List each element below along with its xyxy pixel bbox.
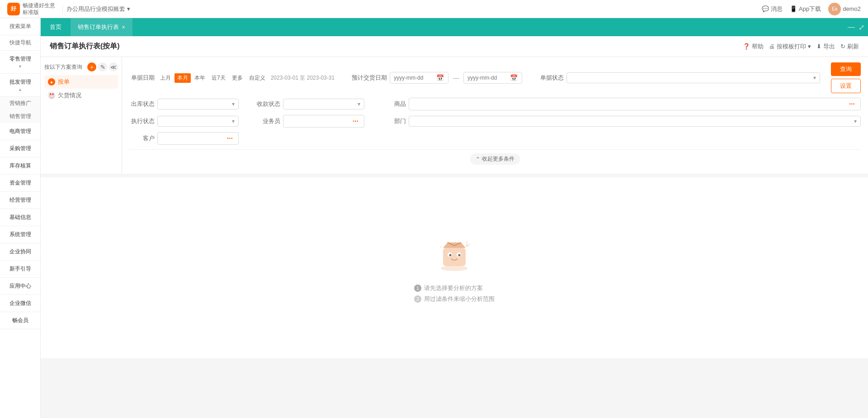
help-btn[interactable]: ❓ 帮助 xyxy=(743,43,764,51)
retail-label: 零售管理 xyxy=(9,55,31,63)
date-tab-custom[interactable]: 自定义 xyxy=(246,73,268,83)
scheme-actions: + ✎ ≪ xyxy=(87,62,118,71)
sidebar-item-member[interactable]: 畅会员 xyxy=(0,312,40,329)
date-tab-this-month[interactable]: 本月 xyxy=(175,73,191,83)
collect-status-select[interactable]: ▾ xyxy=(283,99,364,109)
empty-tips: 1 请先选择要分析的方案 2 用过滤条件来缩小分析范围 xyxy=(414,284,495,306)
download-icon: 📱 xyxy=(790,5,797,12)
customer-dots-icon[interactable]: ··· xyxy=(225,134,235,142)
sidebar-item-enterprise[interactable]: 企业协同 xyxy=(0,243,40,261)
content-area: 首页 销售订单执行表 × — ⤢ 销售订单执行表(按单) ❓ 帮助 xyxy=(41,18,868,418)
scheme-add-btn[interactable]: + xyxy=(87,62,96,71)
date-tab-prev-month[interactable]: 上月 xyxy=(157,73,174,83)
collapse-arrow-icon: ⌃ xyxy=(476,156,480,162)
topbar-left: 好 畅捷通好生意 标准版 办公用品行业模拟账套 ▾ xyxy=(7,2,134,15)
out-status-chevron: ▾ xyxy=(232,101,235,107)
status-select[interactable]: ▾ xyxy=(566,72,820,83)
tab-minimize-btn[interactable]: — xyxy=(848,23,855,31)
salesman-dots-icon[interactable]: ··· xyxy=(351,117,360,125)
help-icon: ❓ xyxy=(743,43,750,50)
dept-select[interactable]: ▾ xyxy=(409,116,861,127)
sidebar-item-sales[interactable]: 销售管理 xyxy=(0,110,40,123)
calendar-from-icon[interactable]: 📅 xyxy=(436,74,444,81)
filter-row-3: 执行状态 ▾ 业务员 ··· xyxy=(129,115,861,128)
scheme-edit-btn[interactable]: ✎ xyxy=(98,62,107,71)
salesman-label: 业务员 xyxy=(255,117,280,125)
date-from-input[interactable] xyxy=(394,75,434,81)
filter-group-date: 单据日期 上月 本月 本年 近7天 更多 自定义 2023-03-01 至 20… xyxy=(129,73,335,83)
filter-group-status: 单据状态 ▾ xyxy=(538,72,820,83)
svg-line-9 xyxy=(469,244,470,245)
collapse-btn[interactable]: ⌃ 收起更多条件 xyxy=(470,153,520,165)
filter-section: 按以下方案查询 + ✎ ≪ ● 按单 xyxy=(41,57,868,174)
sidebar-item-system[interactable]: 系统管理 xyxy=(0,226,40,243)
sidebar-item-operation[interactable]: 经营管理 xyxy=(0,192,40,209)
product-dots-icon[interactable]: ··· xyxy=(847,100,857,108)
sidebar-item-purchase[interactable]: 采购管理 xyxy=(0,140,40,157)
product-select[interactable]: ··· xyxy=(409,98,861,110)
sidebar-item-inventory[interactable]: 库存核算 xyxy=(0,157,40,175)
svg-point-6 xyxy=(466,244,468,247)
sidebar-item-wholesale[interactable]: 批发管理 ▴ xyxy=(0,74,40,97)
sidebar-item-marketing[interactable]: 营销推广 xyxy=(0,97,40,110)
empty-tip-1: 1 请先选择要分析的方案 xyxy=(414,284,495,292)
tab-maximize-btn[interactable]: ⤢ xyxy=(859,23,864,32)
out-status-label: 出库状态 xyxy=(129,100,155,108)
app-download-btn[interactable]: 📱 App下载 xyxy=(790,5,821,13)
calendar-to-icon[interactable]: 📅 xyxy=(510,74,518,81)
exec-status-select[interactable]: ▾ xyxy=(157,116,239,127)
date-from-input-wrap[interactable]: 📅 xyxy=(390,72,448,84)
salesman-select[interactable]: ··· xyxy=(283,115,364,128)
out-status-select[interactable]: ▾ xyxy=(157,99,239,109)
filter-group-dept: 部门 ▾ xyxy=(381,116,861,127)
filter-group-expected-date: 预计交货日期 📅 — 📅 xyxy=(351,72,522,84)
sidebar-search[interactable]: 搜索菜单 xyxy=(0,18,40,35)
tab-active[interactable]: 销售订单执行表 × xyxy=(71,18,132,36)
sidebar-item-basic[interactable]: 基础信息 xyxy=(0,209,40,226)
refresh-btn[interactable]: ↻ 刷新 xyxy=(840,43,859,51)
scheme-item-by-order[interactable]: ● 按单 xyxy=(44,75,118,89)
filter-group-exec-status: 执行状态 ▾ xyxy=(129,116,239,127)
empty-tip-2: 2 用过滤条件来缩小分析范围 xyxy=(414,295,495,303)
clock-icon: ⏰ xyxy=(48,92,55,99)
sidebar: 搜索菜单 快捷导航 零售管理 ▾ 批发管理 ▴ 营销推广 销售管理 电商管理 采… xyxy=(0,18,41,418)
collect-status-label: 收款状态 xyxy=(255,100,280,108)
sidebar-item-ecommerce[interactable]: 电商管理 xyxy=(0,123,40,140)
date-tab-more[interactable]: 更多 xyxy=(229,73,245,83)
page-selector[interactable]: 办公用品行业模拟账套 ▾ xyxy=(62,5,134,13)
expand-icon-retail: ▾ xyxy=(19,64,21,69)
print-btn[interactable]: 🖨 按模板打印 ▾ xyxy=(769,43,811,51)
svg-point-7 xyxy=(440,246,442,248)
dept-label: 部门 xyxy=(381,117,406,125)
sidebar-item-appcenter[interactable]: 应用中心 xyxy=(0,278,40,295)
sidebar-item-wechat[interactable]: 企业微信 xyxy=(0,295,40,312)
sidebar-item-finance[interactable]: 资金管理 xyxy=(0,175,40,192)
exec-status-chevron: ▾ xyxy=(232,118,235,124)
user-profile[interactable]: Ea demo2 xyxy=(828,3,861,15)
filter-group-product: 商品 ··· xyxy=(381,98,861,110)
status-label: 单据状态 xyxy=(538,74,564,82)
tab-home[interactable]: 首页 xyxy=(41,18,71,36)
export-btn[interactable]: ⬇ 导出 xyxy=(816,43,835,51)
customer-select[interactable]: ··· xyxy=(157,132,239,145)
scheme-dot-icon: ● xyxy=(48,78,55,86)
date-to-input[interactable] xyxy=(467,75,508,81)
page-content: 销售订单执行表(按单) ❓ 帮助 🖨 按模板打印 ▾ ⬇ 导出 xyxy=(41,36,868,418)
message-btn[interactable]: 💬 消息 xyxy=(762,5,783,13)
tab-close-btn[interactable]: × xyxy=(122,24,125,31)
empty-illustration xyxy=(432,230,477,275)
scheme-collapse-btn[interactable]: ≪ xyxy=(109,62,118,71)
main-layout: 搜索菜单 快捷导航 零售管理 ▾ 批发管理 ▴ 营销推广 销售管理 电商管理 采… xyxy=(0,18,868,418)
sidebar-item-newbie[interactable]: 新手引导 xyxy=(0,261,40,278)
scheme-by-order-label: 按单 xyxy=(58,78,70,86)
sidebar-quick-nav[interactable]: 快捷导航 xyxy=(0,35,40,51)
topbar-right: 💬 消息 📱 App下载 Ea demo2 xyxy=(762,3,861,15)
scheme-item-by-debt[interactable]: ⏰ 欠货情况 xyxy=(44,89,118,102)
date-to-input-wrap[interactable]: 📅 xyxy=(463,72,522,84)
date-tab-last7[interactable]: 近7天 xyxy=(209,73,228,83)
filter-inner: 按以下方案查询 + ✎ ≪ ● 按单 xyxy=(41,57,868,174)
date-tab-this-year[interactable]: 本年 xyxy=(192,73,208,83)
setting-btn[interactable]: 设置 xyxy=(831,79,861,93)
query-btn[interactable]: 查询 xyxy=(831,62,861,76)
sidebar-item-retail[interactable]: 零售管理 ▾ xyxy=(0,51,40,74)
